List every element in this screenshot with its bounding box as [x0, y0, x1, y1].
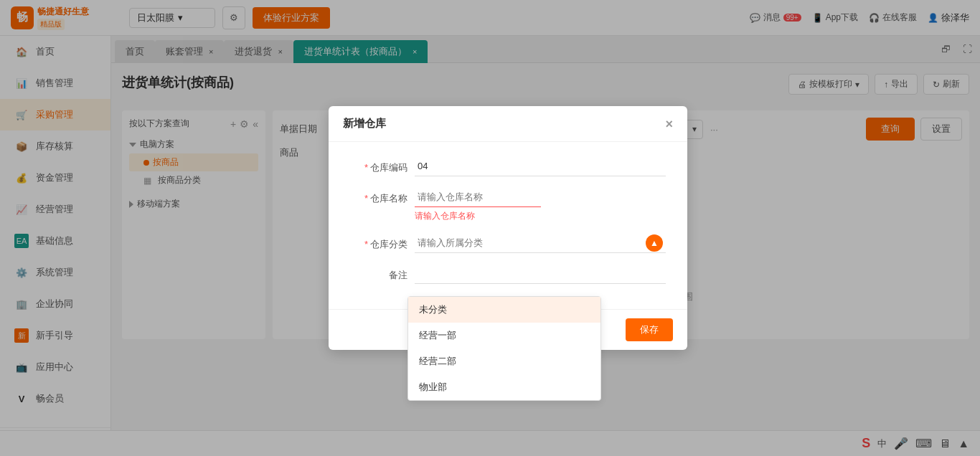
modal-header: 新增仓库 ×: [329, 106, 687, 142]
name-label: 仓库名称: [350, 187, 407, 205]
dropdown-item-dept1[interactable]: 经营一部: [408, 323, 600, 348]
modal-title: 新增仓库: [343, 117, 386, 130]
name-error-text: 请输入仓库名称: [415, 210, 475, 222]
dropdown-item-dept2[interactable]: 经营二部: [408, 348, 600, 374]
dropdown-item-dept3[interactable]: 物业部: [408, 374, 600, 400]
warehouse-notes-row: 备注: [350, 264, 666, 284]
dropdown-item-unclassified[interactable]: 未分类: [408, 297, 600, 323]
new-warehouse-modal: 新增仓库 × 仓库编码 仓库名称 请输入仓库名称 仓库分类 ▲: [329, 106, 687, 350]
warehouse-category-row: 仓库分类 ▲: [350, 233, 666, 253]
notes-label: 备注: [350, 264, 407, 282]
code-label: 仓库编码: [350, 156, 407, 174]
modal-close-button[interactable]: ×: [665, 118, 673, 130]
warehouse-name-row: 仓库名称 请输入仓库名称: [350, 187, 666, 222]
save-button[interactable]: 保存: [626, 318, 673, 341]
notes-input[interactable]: [415, 264, 666, 284]
name-input[interactable]: [415, 187, 541, 207]
category-dropdown-toggle[interactable]: ▲: [646, 234, 663, 252]
category-label: 仓库分类: [350, 233, 407, 251]
modal-body: 仓库编码 仓库名称 请输入仓库名称 仓库分类 ▲ 备注: [329, 142, 687, 309]
category-input[interactable]: [415, 233, 666, 253]
code-input[interactable]: [415, 156, 666, 176]
warehouse-code-row: 仓库编码: [350, 156, 666, 176]
category-dropdown-list: 未分类 经营一部 经营二部 物业部: [407, 296, 601, 401]
category-input-container: ▲: [415, 233, 666, 253]
